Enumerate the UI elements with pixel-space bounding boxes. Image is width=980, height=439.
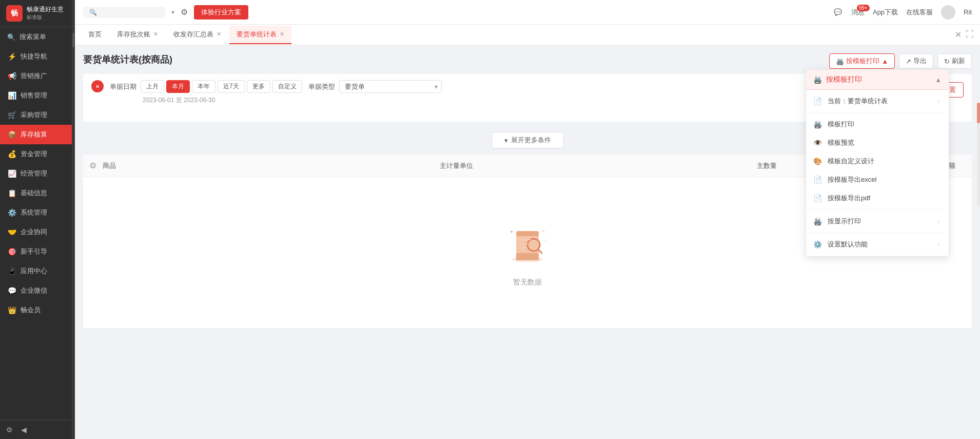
topbar-search[interactable]: 🔍 xyxy=(83,7,165,18)
template-pdf-item[interactable]: 📄 按模板导出pdf xyxy=(806,189,949,207)
template-icon: 📄 xyxy=(813,97,822,105)
dropdown-up-icon[interactable]: ▲ xyxy=(935,76,942,84)
settings-icon[interactable]: ⚙ xyxy=(6,426,13,434)
tab-inventory-batch[interactable]: 库存批次账 ✕ xyxy=(110,26,165,44)
dropdown-header: 🖨️ 按模板打印 ▲ xyxy=(806,70,949,90)
order-type-label: 单据类型 xyxy=(308,82,335,91)
col-header-product: 商品 xyxy=(103,161,440,170)
sidebar-item-label: 系统管理 xyxy=(21,208,47,217)
current-year-btn[interactable]: 本年 xyxy=(192,80,215,93)
print-dropdown-panel: 🖨️ 按模板打印 ▲ 📄 当前：要货单统计表 › 🖨️ 模板打印 👁️ 模板预览 xyxy=(806,69,949,257)
export-button[interactable]: ↗ 导出 xyxy=(899,53,933,69)
sidebar-item-basic[interactable]: 📋 基础信息 xyxy=(0,183,72,203)
display-print-label: 按显示打印 xyxy=(828,217,861,226)
dropdown-print-icon: 🖨️ xyxy=(813,75,822,84)
display-print-group[interactable]: 🖨️ 按显示打印 › xyxy=(806,212,949,231)
sidebar-logo: 畅 畅康通好生意 标准版 xyxy=(0,0,72,27)
topbar-search-icon: 🔍 xyxy=(89,9,97,16)
message-wrap[interactable]: 💬 99+ 消息 xyxy=(834,8,865,17)
svg-line-5 xyxy=(538,250,542,253)
tab-window-controls: ✕ ⛶ xyxy=(955,30,974,40)
newbie-icon: 🎯 xyxy=(7,247,16,256)
sidebar-item-label: 基础信息 xyxy=(21,188,47,198)
sidebar-item-wechat[interactable]: 💬 企业微信 xyxy=(0,281,72,300)
template-print-item[interactable]: 🖨️ 模板打印 xyxy=(806,115,949,133)
close-tab-receipt-summary[interactable]: ✕ xyxy=(217,31,221,37)
sidebar-item-inventory[interactable]: 📦 库存核算 xyxy=(0,125,72,144)
sidebar-item-label: 采购管理 xyxy=(21,110,47,120)
right-scrollbar[interactable] xyxy=(977,103,980,205)
purchase-icon: 🛒 xyxy=(7,111,16,119)
set-default-group[interactable]: ⚙️ 设置默认功能 › xyxy=(806,235,949,254)
template-preview-item[interactable]: 👁️ 模板预览 xyxy=(806,133,949,152)
svg-rect-2 xyxy=(516,231,539,236)
sidebar-item-member[interactable]: 👑 畅会员 xyxy=(0,300,72,320)
search-menu[interactable]: 🔍 搜索菜单 xyxy=(0,27,72,47)
template-excel-item[interactable]: 📄 按模板导出excel xyxy=(806,170,949,189)
app-download-link[interactable]: App下载 xyxy=(873,8,898,17)
filter-expand-icon[interactable]: » xyxy=(91,80,104,92)
sidebar-item-collab[interactable]: 🤝 企业协同 xyxy=(0,222,72,242)
sidebar-item-newbie[interactable]: 🎯 新手引导 xyxy=(0,242,72,261)
tab-order-stats-label: 要货单统计表 xyxy=(237,30,277,39)
close-window-icon[interactable]: ✕ xyxy=(955,30,962,40)
search-label: 搜索菜单 xyxy=(19,32,46,42)
col-header-unit: 主计量单位 xyxy=(440,161,608,170)
close-tab-inventory-batch[interactable]: ✕ xyxy=(153,31,158,37)
sidebar-item-marketing[interactable]: 📢 营销推广 xyxy=(0,66,72,86)
template-design-label: 模板自定义设计 xyxy=(828,157,874,166)
tab-order-stats[interactable]: 要货单统计表 ✕ xyxy=(229,26,291,44)
sidebar-item-operations[interactable]: 📈 经营管理 xyxy=(0,164,72,183)
current-month-btn[interactable]: 本月 xyxy=(166,80,190,93)
last-7-btn[interactable]: 近7天 xyxy=(218,80,245,93)
svg-rect-3 xyxy=(516,253,539,260)
refresh-button[interactable]: ↻ 刷新 xyxy=(937,53,972,69)
sidebar-item-purchase[interactable]: 🛒 采购管理 xyxy=(0,105,72,125)
order-type-select[interactable]: 要货单 xyxy=(339,80,442,93)
export-btn-label: 导出 xyxy=(913,56,927,66)
appstore-icon: 📱 xyxy=(7,267,16,275)
design-item-icon: 🎨 xyxy=(813,157,822,165)
expand-more-label: 展开更多条件 xyxy=(511,136,551,145)
table-settings-icon[interactable]: ⚙ xyxy=(89,161,96,170)
dropdown-default-section: ⚙️ 设置默认功能 › xyxy=(806,233,949,256)
sidebar-item-shortcut[interactable]: ⚡ 快捷导航 xyxy=(0,47,72,66)
custom-btn[interactable]: 自定义 xyxy=(272,80,302,93)
close-tab-order-stats[interactable]: ✕ xyxy=(280,31,284,37)
print-template-button[interactable]: 🖨️ 按模板打印 ▲ xyxy=(829,53,895,69)
excel-item-icon: 📄 xyxy=(813,176,822,184)
sidebar-item-system[interactable]: ⚙️ 系统管理 xyxy=(0,203,72,222)
sidebar-item-sales[interactable]: 📊 销售管理 xyxy=(0,86,72,105)
online-service-link[interactable]: 在线客服 xyxy=(906,8,933,17)
chevron-right-icon: › xyxy=(937,98,939,105)
trial-button[interactable]: 体验行业方案 xyxy=(194,5,248,20)
tabbar: 首页 库存批次账 ✕ 收发存汇总表 ✕ 要货单统计表 ✕ ✕ ⛶ xyxy=(75,25,980,45)
set-default-label: 设置默认功能 xyxy=(828,240,868,249)
topbar-gear-icon[interactable]: ⚙ xyxy=(181,7,188,17)
date-buttons: 上月 本月 本年 近7天 更多 自定义 xyxy=(141,80,302,93)
more-btn[interactable]: 更多 xyxy=(247,80,270,93)
svg-text:✦: ✦ xyxy=(544,239,546,242)
expand-window-icon[interactable]: ⛶ xyxy=(966,30,974,40)
collapse-icon[interactable]: ◀ xyxy=(21,426,27,434)
template-pdf-label: 按模板导出pdf xyxy=(828,194,870,203)
print-icon: 🖨️ xyxy=(836,58,844,65)
sidebar-item-finance[interactable]: 💰 资金管理 xyxy=(0,144,72,164)
sidebar-item-label: 销售管理 xyxy=(21,91,47,100)
topbar-dropdown-icon[interactable]: ▾ xyxy=(171,9,174,16)
template-design-item[interactable]: 🎨 模板自定义设计 xyxy=(806,152,949,170)
user-avatar[interactable] xyxy=(941,5,955,20)
message-badge: 99+ xyxy=(857,5,870,11)
expand-more-btn[interactable]: ▾ 展开更多条件 xyxy=(492,132,564,148)
tab-receipt-summary[interactable]: 收发存汇总表 ✕ xyxy=(166,26,228,44)
tab-home[interactable]: 首页 xyxy=(81,26,109,44)
dropdown-title: 按模板打印 xyxy=(826,75,862,84)
current-template-item[interactable]: 📄 当前：要货单统计表 › xyxy=(806,92,949,110)
display-print-icon: 🖨️ xyxy=(813,217,822,225)
prev-month-btn[interactable]: 上月 xyxy=(141,80,164,93)
export-icon: ↗ xyxy=(906,58,911,65)
default-chevron-icon: › xyxy=(937,241,939,248)
print-btn-label: 按模板打印 xyxy=(846,56,879,66)
sidebar-nav: ⚡ 快捷导航 📢 营销推广 📊 销售管理 🛒 采购管理 📦 库存核算 💰 资金管… xyxy=(0,47,72,420)
sidebar-item-appstore[interactable]: 📱 应用中心 xyxy=(0,261,72,281)
